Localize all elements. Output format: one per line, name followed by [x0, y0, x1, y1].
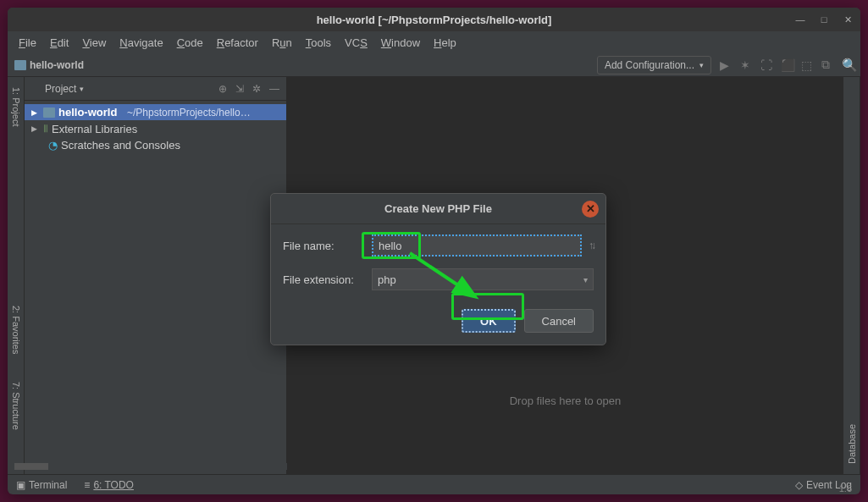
extension-select[interactable]: php — [372, 268, 594, 290]
run-icon[interactable]: ▶ — [720, 59, 732, 71]
expand-arrow-icon[interactable]: ▶ — [31, 124, 40, 133]
menu-code[interactable]: Code — [171, 35, 209, 51]
menu-tools[interactable]: Tools — [300, 35, 337, 51]
menu-bar: File Edit View Navigate Code Refactor Ru… — [8, 31, 860, 53]
project-panel: Project ▾ ⊕ ⇲ ✲ — ▶ hello-world ~/Phpsto… — [25, 77, 287, 474]
sort-icon[interactable]: ↑↓ — [589, 240, 594, 251]
search-everywhere-icon[interactable]: 🔍 — [842, 59, 854, 71]
create-file-dialog: Create New PHP File ✕ File name: ↑↓ File… — [270, 193, 606, 345]
left-gutter: 1: Project 2: Favorites 7: Structure — [8, 77, 25, 474]
run-config-label: Add Configuration... — [605, 59, 694, 71]
close-window-button[interactable]: ✕ — [842, 14, 854, 25]
menu-run[interactable]: Run — [266, 35, 298, 51]
gutter-favorites-tab[interactable]: 2: Favorites — [8, 301, 24, 359]
menu-help[interactable]: Help — [428, 35, 462, 51]
breadcrumb[interactable]: hello-world — [14, 59, 84, 71]
vcs-icon[interactable]: ⬚ — [801, 59, 813, 71]
cancel-button[interactable]: Cancel — [524, 309, 594, 333]
nav-toolbar: hello-world Add Configuration... ▶ ✶ ⛶ ⬛… — [8, 53, 860, 77]
debug-icon[interactable]: ✶ — [740, 59, 752, 71]
breadcrumb-text: hello-world — [30, 59, 84, 71]
folder-icon — [14, 60, 26, 70]
menu-vcs[interactable]: VCS — [339, 35, 373, 51]
stop-icon[interactable]: ⬛ — [781, 59, 793, 71]
tree-label: hello-world — [58, 106, 117, 119]
window-titlebar: hello-world [~/PhpstormProjects/hello-wo… — [8, 8, 860, 31]
folder-icon — [31, 85, 41, 93]
editor-position: 1:6 — [839, 483, 852, 494]
dialog-close-button[interactable]: ✕ — [582, 201, 599, 218]
statusbar-todo[interactable]: ≡ 6: TODO — [84, 479, 134, 491]
menu-window[interactable]: Window — [375, 35, 426, 51]
run-configuration-button[interactable]: Add Configuration... — [597, 56, 711, 74]
menu-edit[interactable]: Edit — [44, 35, 75, 51]
gutter-structure-tab[interactable]: 7: Structure — [8, 377, 24, 435]
window-title: hello-world [~/PhpstormProjects/hello-wo… — [317, 14, 552, 26]
folder-icon — [43, 108, 55, 118]
tree-item-project-root[interactable]: ▶ hello-world ~/PhpstormProjects/hello… — [25, 104, 286, 120]
window-icon[interactable]: ⧉ — [821, 59, 833, 71]
filename-input[interactable] — [372, 234, 582, 257]
gutter-project-tab[interactable]: 1: Project — [8, 82, 24, 131]
drop-hint: Drop files here to open — [510, 394, 622, 407]
status-bar: ▣ Terminal ≡ 6: TODO ◇ Event Log — [8, 474, 860, 494]
menu-file[interactable]: File — [13, 35, 42, 51]
project-view-selector[interactable]: Project ▾ — [31, 83, 84, 95]
dialog-title: Create New PHP File — [384, 202, 492, 215]
menu-refactor[interactable]: Refactor — [211, 35, 264, 51]
hide-icon[interactable]: — — [269, 83, 279, 95]
right-gutter: Database — [843, 77, 860, 474]
project-view-label: Project — [45, 83, 76, 95]
tree-item-scratches[interactable]: ◔ Scratches and Consoles — [25, 137, 286, 153]
menu-navigate[interactable]: Navigate — [113, 35, 169, 51]
scratch-icon: ◔ — [48, 139, 58, 152]
tree-label: External Libraries — [52, 123, 137, 135]
maximize-button[interactable]: □ — [818, 14, 830, 25]
filename-label: File name: — [283, 240, 372, 252]
extension-label: File extension: — [283, 273, 372, 286]
locate-icon[interactable]: ⊕ — [218, 83, 227, 95]
library-icon: ⫴ — [43, 122, 48, 135]
gutter-database-tab[interactable]: Database — [843, 419, 860, 469]
tree-item-external-libraries[interactable]: ▶ ⫴ External Libraries — [25, 120, 286, 137]
menu-view[interactable]: View — [76, 35, 112, 51]
ok-button[interactable]: OK — [462, 309, 516, 333]
tree-path: ~/PhpstormProjects/hello… — [127, 107, 251, 119]
tree-label: Scratches and Consoles — [61, 139, 180, 152]
minimize-button[interactable]: — — [794, 14, 806, 25]
settings-icon[interactable]: ✲ — [252, 83, 261, 95]
project-tree: ▶ hello-world ~/PhpstormProjects/hello… … — [25, 101, 286, 474]
expand-arrow-icon[interactable]: ▶ — [31, 108, 40, 117]
coverage-icon[interactable]: ⛶ — [760, 59, 772, 71]
extension-value: php — [378, 273, 396, 286]
statusbar-terminal[interactable]: ▣ Terminal — [16, 479, 67, 491]
expand-icon[interactable]: ⇲ — [235, 83, 244, 95]
